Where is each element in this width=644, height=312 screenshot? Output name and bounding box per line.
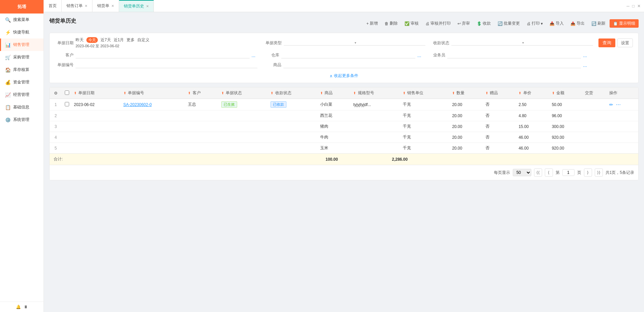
sort-icon: ⬆ (74, 91, 77, 95)
sidebar-item-funds-mgmt[interactable]: 💰 资金管理 (0, 76, 44, 88)
first-page-btn[interactable]: ⟨⟨ (534, 168, 542, 177)
shortcut-7days[interactable]: 近7天 (101, 37, 111, 43)
salesperson-filter-input[interactable] (447, 52, 581, 58)
main-area: 首页 销售订单 ✕ 销货单 ✕ 销货单历史 ✕ ─ □ ✕ 销货单历史 + (44, 0, 644, 312)
date-range-value[interactable]: 2023-06-02 至 2023-06-02 (76, 44, 149, 49)
page-number-input[interactable] (562, 169, 575, 176)
maximize-btn[interactable]: □ (632, 4, 635, 8)
export-icon: 📤 (570, 21, 576, 26)
query-button[interactable]: 查询 (598, 38, 615, 47)
delete-button[interactable]: 🗑 删除 (382, 19, 400, 28)
shortcut-today[interactable]: 今天 (86, 37, 98, 43)
col-doc-status[interactable]: ⬆ 单据状态 (219, 87, 269, 99)
minimize-btn[interactable]: ─ (626, 4, 629, 8)
tab-sales-history[interactable]: 销货单历史 ✕ (119, 0, 154, 12)
print-button[interactable]: 🖨 打印 ▾ (524, 19, 545, 28)
sidebar-item-system-mgmt[interactable]: ⚙️ 系统管理 (0, 113, 44, 126)
import-button[interactable]: 📥 导入 (547, 19, 566, 28)
col-customer[interactable]: ⬆ 客户 (186, 87, 219, 99)
row-checkbox-2[interactable] (62, 121, 72, 132)
row-trade-3 (583, 132, 607, 143)
customer-filter-input[interactable] (76, 52, 250, 58)
abandon-button[interactable]: ↩ 弃审 (455, 19, 473, 28)
row-amount-2: 300.00 (550, 121, 583, 132)
filter-row-1: 单据日期 昨天 今天 近7天 近1月 更多 自定义 2023-06-02 至 2… (55, 37, 633, 49)
batch-change-button[interactable]: 🔄 批量变更 (495, 19, 523, 28)
settings-button[interactable]: 设置 (617, 38, 633, 47)
audit-print-button[interactable]: 🖨 审核并打印 (423, 19, 453, 28)
sidebar-item-purchase-mgmt[interactable]: 🛒 采购管理 (0, 51, 44, 63)
pause-icon[interactable]: ⏸ (24, 305, 28, 309)
col-gift[interactable]: ⬆ 赠品 (483, 87, 517, 99)
tab-sales-goods[interactable]: 销货单 ✕ (92, 0, 119, 12)
row-checkbox-1[interactable] (62, 110, 72, 121)
row-gift-3: 否 (483, 132, 517, 143)
col-checkbox[interactable] (62, 87, 72, 99)
shortcut-more[interactable]: 更多 (127, 37, 135, 43)
tab-sales-order-close[interactable]: ✕ (85, 4, 87, 8)
page-size-select[interactable]: 50 100 200 (513, 169, 531, 176)
edit-icon[interactable]: ✏ (609, 102, 613, 107)
refresh-button[interactable]: 🔃 刷新 (589, 19, 608, 28)
col-doc-date[interactable]: ⬆ 单据日期 (72, 87, 121, 99)
row-doc-num-2[interactable] (121, 121, 186, 132)
row-doc-num-3[interactable] (121, 132, 186, 143)
warehouse-filter-input[interactable] (281, 52, 415, 58)
row-trade-2 (583, 121, 607, 132)
salesperson-more-icon[interactable]: ... (583, 53, 587, 58)
sidebar-item-sales-mgmt[interactable]: 📊 销售管理 (0, 38, 44, 51)
row-checkbox-0[interactable] (62, 99, 72, 110)
sidebar-item-ops-mgmt[interactable]: 📈 经营管理 (0, 88, 44, 101)
goods-filter-input[interactable] (283, 62, 581, 68)
shortcut-custom[interactable]: 自定义 (137, 37, 149, 43)
notification-icon[interactable]: 🔔 (16, 305, 21, 309)
row-goods-3: 牛肉 (318, 132, 352, 143)
col-qty[interactable]: ⬆ 数量 (450, 87, 483, 99)
row-doc-num-4[interactable] (121, 143, 186, 154)
tab-sales-order-label: 销售订单 (66, 3, 83, 9)
docnum-filter-input[interactable] (76, 62, 257, 68)
tab-sales-order[interactable]: 销售订单 ✕ (62, 0, 92, 12)
close-btn[interactable]: ✕ (637, 4, 641, 8)
export-button[interactable]: 📤 导出 (568, 19, 587, 28)
shortcut-yesterday[interactable]: 昨天 (76, 37, 84, 43)
col-amount[interactable]: ⬆ 金额 (550, 87, 583, 99)
audit-button[interactable]: ✅ 审核 (402, 19, 421, 28)
col-payment-status[interactable]: ⬆ 收款状态 (269, 87, 318, 99)
more-action-icon[interactable]: ⋯ (616, 102, 621, 107)
warehouse-more-icon[interactable]: ... (417, 53, 421, 58)
col-goods[interactable]: ⬆ 商品 (318, 87, 352, 99)
collapse-button[interactable]: ∧ 收起更多条件 (55, 72, 633, 79)
sidebar-item-search-menu[interactable]: 🔍 搜索菜单 (0, 14, 44, 26)
col-unit-price[interactable]: ⬆ 单价 (516, 87, 550, 99)
prev-page-btn[interactable]: ⟨ (545, 168, 553, 177)
last-page-btn[interactable]: ⟩⟩ (595, 168, 603, 177)
row-doc-date-0: 2023-06-02 (72, 99, 121, 110)
row-doc-num-1[interactable] (121, 110, 186, 121)
tab-sales-history-close[interactable]: ✕ (146, 4, 149, 8)
payment-filter-select[interactable]: ▾ (451, 40, 593, 46)
col-settings[interactable]: ⚙ (50, 87, 62, 99)
customer-more-icon[interactable]: ... (252, 53, 256, 58)
collect-button[interactable]: 💲 收款 (474, 19, 494, 28)
tab-home[interactable]: 首页 (44, 0, 62, 12)
type-filter-label: 单据类型 (263, 40, 282, 46)
col-spec[interactable]: ⬆ 规格型号 (351, 87, 400, 99)
col-unit[interactable]: ⬆ 销售单位 (401, 87, 450, 99)
type-filter-select[interactable]: ▾ (284, 40, 425, 46)
row-doc-num-0[interactable]: SA-20230602-0 (121, 99, 186, 110)
sidebar-item-basic-info[interactable]: 📋 基础信息 (0, 101, 44, 113)
show-detail-button[interactable]: 📋 显示明细 (610, 19, 639, 28)
row-checkbox-3[interactable] (62, 132, 72, 143)
next-page-btn[interactable]: ⟩ (584, 168, 592, 177)
refresh-icon: 🔃 (591, 21, 596, 26)
goods-more-icon[interactable]: ... (583, 62, 587, 68)
row-checkbox-4[interactable] (62, 143, 72, 154)
add-button[interactable]: + 新增 (364, 19, 381, 28)
sidebar-item-inventory-calc[interactable]: 🏠 库存核算 (0, 63, 44, 76)
sidebar-item-quick-nav[interactable]: ⚡ 快捷导航 (0, 26, 44, 38)
col-doc-num[interactable]: ⬆ 单据编号 (121, 87, 186, 99)
tab-sales-goods-close[interactable]: ✕ (111, 4, 114, 8)
select-all-checkbox[interactable] (65, 90, 69, 95)
shortcut-1month[interactable]: 近1月 (114, 37, 124, 43)
